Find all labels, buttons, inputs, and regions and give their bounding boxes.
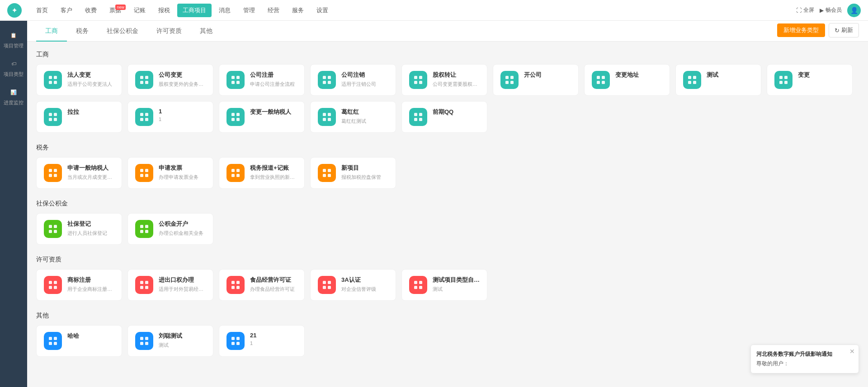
card-进出口权办理[interactable]: 进出口权办理适用于对外贸易经营者 bbox=[127, 269, 213, 301]
content-area: 工商法人变更适用于公司变更法人公司变更股权变更外的业务变更公司注册申请公司注册全… bbox=[27, 42, 868, 377]
card-title-text: 变更一般纳税人 bbox=[250, 108, 297, 116]
card-icon-新项目 bbox=[318, 164, 336, 182]
card-title-text: 公积金开户 bbox=[159, 220, 206, 228]
nav-item-设置[interactable]: 设置 bbox=[311, 4, 334, 17]
svg-rect-95 bbox=[328, 286, 331, 289]
svg-rect-100 bbox=[49, 337, 52, 340]
card-变更一般纳税人[interactable]: 变更一般纳税人 bbox=[219, 101, 305, 133]
svg-rect-33 bbox=[784, 76, 788, 79]
card-title-text: 股权转让 bbox=[433, 71, 480, 79]
svg-rect-79 bbox=[145, 230, 148, 233]
card-葛红红[interactable]: 葛红红葛红红测试 bbox=[310, 101, 396, 133]
card-desc-text: 1 bbox=[159, 117, 206, 122]
nav-item-报税[interactable]: 报税 bbox=[153, 4, 175, 17]
svg-rect-110 bbox=[231, 342, 235, 345]
nav-item-首页[interactable]: 首页 bbox=[31, 4, 53, 17]
sidebar-item-项目类型[interactable]: 🏷项目类型 bbox=[0, 54, 27, 82]
card-申请发票[interactable]: 申请发票办理申请发票业务 bbox=[127, 157, 213, 189]
card-title-text: 葛红红 bbox=[341, 108, 388, 116]
card-商标注册[interactable]: 商标注册用于企业商标注册服务 bbox=[36, 269, 122, 301]
svg-rect-2 bbox=[49, 81, 52, 84]
card-desc-text: 葛红红测试 bbox=[341, 118, 388, 125]
card-社保登记[interactable]: 社保登记进行人员社保登记 bbox=[36, 213, 122, 245]
nav-item-收费[interactable]: 收费 bbox=[80, 4, 102, 17]
nav-item-记账[interactable]: 记账 bbox=[128, 4, 151, 17]
svg-rect-0 bbox=[49, 76, 52, 79]
svg-rect-42 bbox=[140, 118, 143, 121]
card-公积金开户[interactable]: 公积金开户办理公积金相关业务 bbox=[127, 213, 213, 245]
nav-item-服务[interactable]: 服务 bbox=[287, 4, 309, 17]
tab-社保公积金[interactable]: 社保公积金 bbox=[98, 22, 147, 42]
sidebar-label: 进度监控 bbox=[4, 99, 24, 106]
card-21[interactable]: 211 bbox=[219, 325, 305, 357]
card-公司注销[interactable]: 公司注销适用于注销公司 bbox=[310, 64, 396, 96]
card-公司变更[interactable]: 公司变更股权变更外的业务变更 bbox=[127, 64, 213, 96]
nav-item-消息[interactable]: 消息 bbox=[213, 4, 236, 17]
card-新项目[interactable]: 新项目报税加税控盘保管 bbox=[310, 157, 396, 189]
cards-grid-其他: 哈哈刘聪测试测试211 bbox=[36, 325, 859, 357]
card-desc-text: 报税加税控盘保管 bbox=[341, 174, 388, 181]
card-刘聪测试[interactable]: 刘聪测试测试 bbox=[127, 325, 213, 357]
card-icon-前期QQ bbox=[409, 108, 427, 126]
card-测试项目类型自定义[interactable]: 测试项目类型自定义测试 bbox=[401, 269, 487, 301]
nav-item-管理[interactable]: 管理 bbox=[238, 4, 260, 17]
nav-item-经营[interactable]: 经营 bbox=[262, 4, 285, 17]
add-type-button[interactable]: 新增业务类型 bbox=[777, 23, 825, 37]
card-食品经营许可证[interactable]: 食品经营许可证办理食品经营许可证 bbox=[219, 269, 305, 301]
top-navigation: ✦ 首页客户收费票据new记账报税工商项目消息管理经营服务设置 ⛶ 全屏 ▶ 畅… bbox=[0, 0, 868, 21]
card-1[interactable]: 11 bbox=[127, 101, 213, 133]
card-title-text: 哈哈 bbox=[67, 332, 114, 340]
nav-item-工商项目[interactable]: 工商项目 bbox=[177, 4, 212, 17]
notification-close-button[interactable]: ✕ bbox=[849, 348, 855, 355]
card-变更[interactable]: 变更 bbox=[767, 64, 853, 96]
card-desc-text: 测试 bbox=[159, 342, 206, 349]
card-法人变更[interactable]: 法人变更适用于公司变更法人 bbox=[36, 64, 122, 96]
nav-item-票据[interactable]: 票据new bbox=[104, 4, 127, 17]
card-前期QQ[interactable]: 前期QQ bbox=[401, 101, 487, 133]
card-变更地址[interactable]: 变更地址 bbox=[584, 64, 670, 96]
avatar[interactable]: 👤 bbox=[847, 4, 861, 17]
card-公司注册[interactable]: 公司注册申请公司注册全流程 bbox=[219, 64, 305, 96]
section-title-其他: 其他 bbox=[36, 312, 859, 320]
card-税务报道+记账[interactable]: 税务报道+记账拿到营业执照的新公司 bbox=[219, 157, 305, 189]
svg-rect-43 bbox=[145, 118, 148, 121]
card-拉拉[interactable]: 拉拉 bbox=[36, 101, 122, 133]
svg-rect-68 bbox=[323, 169, 326, 172]
tab-税务[interactable]: 税务 bbox=[67, 22, 98, 42]
fullscreen-button[interactable]: ⛶ 全屏 bbox=[796, 6, 814, 14]
card-desc-text: 股权变更外的业务变更 bbox=[159, 81, 206, 88]
svg-rect-30 bbox=[688, 81, 691, 84]
card-3A认证[interactable]: 3A认证对企业信誉评级 bbox=[310, 269, 396, 301]
svg-rect-70 bbox=[323, 174, 326, 177]
svg-rect-102 bbox=[49, 342, 52, 345]
card-测试[interactable]: 测试 bbox=[675, 64, 761, 96]
card-title-text: 测试 bbox=[707, 71, 754, 79]
svg-rect-44 bbox=[231, 113, 235, 116]
tab-工商[interactable]: 工商 bbox=[36, 22, 67, 42]
card-申请一般纳税人[interactable]: 申请一般纳税人当月或次月成变更完成 bbox=[36, 157, 122, 189]
svg-rect-75 bbox=[54, 230, 57, 233]
svg-rect-84 bbox=[140, 281, 143, 284]
tab-许可资质[interactable]: 许可资质 bbox=[147, 22, 191, 42]
card-icon-法人变更 bbox=[44, 71, 62, 89]
card-desc-text: 1 bbox=[250, 340, 297, 346]
card-哈哈[interactable]: 哈哈 bbox=[36, 325, 122, 357]
card-开公司[interactable]: 开公司 bbox=[493, 64, 579, 96]
svg-rect-105 bbox=[145, 337, 148, 340]
svg-rect-4 bbox=[140, 76, 143, 79]
svg-rect-87 bbox=[145, 286, 148, 289]
card-icon-申请发票 bbox=[135, 164, 153, 182]
tab-其他[interactable]: 其他 bbox=[191, 22, 222, 42]
member-button[interactable]: ▶ 畅会员 bbox=[820, 6, 842, 14]
svg-rect-59 bbox=[54, 174, 57, 177]
nav-item-客户[interactable]: 客户 bbox=[55, 4, 78, 17]
card-title-text: 3A认证 bbox=[341, 276, 388, 284]
card-icon-税务报道+记账 bbox=[226, 164, 245, 182]
section-title-税务: 税务 bbox=[36, 144, 859, 152]
svg-rect-28 bbox=[688, 76, 691, 79]
nav-menu: 首页客户收费票据new记账报税工商项目消息管理经营服务设置 bbox=[31, 4, 796, 17]
sidebar-item-项目管理[interactable]: 📋项目管理 bbox=[0, 25, 27, 54]
sidebar-item-进度监控[interactable]: 📊进度监控 bbox=[0, 82, 27, 111]
refresh-button[interactable]: ↻ 刷新 bbox=[829, 23, 859, 37]
card-股权转让[interactable]: 股权转让公司变更需要股权转让 bbox=[401, 64, 487, 96]
